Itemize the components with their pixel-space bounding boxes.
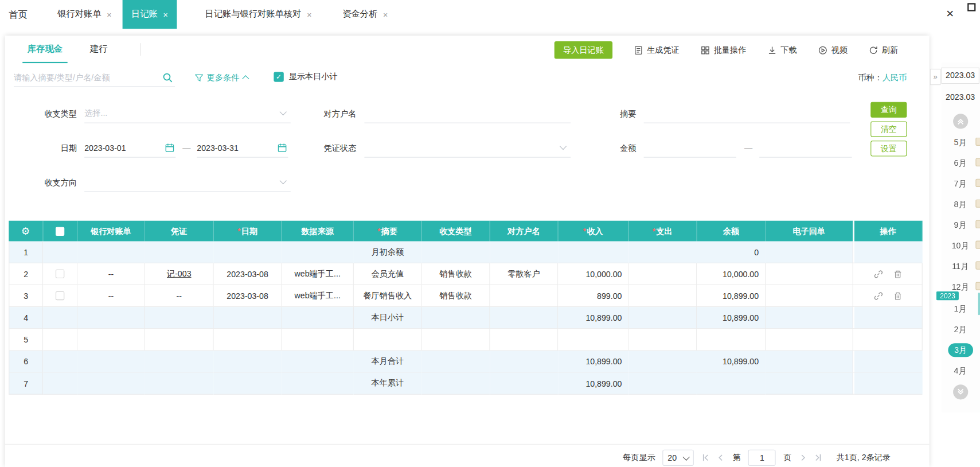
sidebar-expand-handle[interactable]: » xyxy=(930,69,941,85)
chevron-up-icon xyxy=(242,75,249,82)
import-journal-button[interactable]: 导入日记账 xyxy=(555,41,612,59)
window-restore-icon[interactable] xyxy=(967,3,975,11)
scroll-months-down-button[interactable] xyxy=(953,384,968,399)
date-from-input[interactable] xyxy=(84,139,175,157)
page-input[interactable] xyxy=(748,450,776,466)
cell-income: 899.00 xyxy=(558,285,628,307)
window-close-icon[interactable]: × xyxy=(946,6,954,21)
cell-income xyxy=(558,329,628,351)
search-icon[interactable] xyxy=(162,72,172,82)
column-settings-cell[interactable]: ⚙ xyxy=(9,221,43,242)
voucher-link[interactable]: 记-003 xyxy=(167,268,192,280)
month-item-jun[interactable]: 6月 xyxy=(941,157,979,170)
date-label: 日期 xyxy=(14,139,77,158)
month-item-nov[interactable]: 11月 xyxy=(941,260,979,273)
amount-max-input[interactable] xyxy=(759,139,852,157)
link-icon[interactable] xyxy=(874,291,883,300)
tab-home[interactable]: 首页 xyxy=(9,0,28,29)
month-item-may[interactable]: 5月 xyxy=(941,137,979,149)
month-item-aug[interactable]: 8月 xyxy=(941,198,979,211)
month-item-apr[interactable]: 4月 xyxy=(941,364,979,377)
cell-date xyxy=(214,373,282,395)
close-tab-icon[interactable]: × xyxy=(307,10,311,19)
col-header-type: 收支类型 xyxy=(422,221,490,242)
date-to-input[interactable] xyxy=(197,139,288,157)
calendar-icon[interactable] xyxy=(165,143,174,153)
summary-input[interactable] xyxy=(644,104,850,122)
cell-balance xyxy=(697,373,766,395)
generate-voucher-button[interactable]: 生成凭证 xyxy=(634,44,680,56)
direction-select[interactable] xyxy=(84,173,291,192)
last-page-icon[interactable] xyxy=(814,453,822,462)
subtab-cash[interactable]: 库存现金 xyxy=(22,36,67,63)
trash-icon[interactable] xyxy=(893,291,902,300)
video-button[interactable]: 视频 xyxy=(818,44,848,56)
close-tab-icon[interactable]: × xyxy=(107,10,111,19)
search-input[interactable] xyxy=(14,68,156,86)
month-item-jul[interactable]: 7月 xyxy=(941,178,979,190)
select-all-cell[interactable] xyxy=(43,221,77,242)
period-selector[interactable]: 2023.03 xyxy=(941,68,979,84)
first-page-icon[interactable] xyxy=(701,453,710,462)
month-item-mar-active[interactable]: 3月 xyxy=(948,343,973,357)
month-item-feb[interactable]: 2月 xyxy=(941,323,979,336)
row-checkbox[interactable] xyxy=(56,291,64,300)
tab-journal[interactable]: 日记账 × xyxy=(123,0,177,29)
daily-subtotal-checkbox[interactable]: ✓ xyxy=(274,72,283,81)
tab-journal-bank-check[interactable]: 日记账与银行对账单核对 × xyxy=(196,0,320,29)
gear-icon[interactable]: ⚙ xyxy=(21,225,30,237)
cell-balance xyxy=(697,329,766,351)
cell-income: 10,000.00 xyxy=(558,263,628,285)
cell-bank: -- xyxy=(77,285,145,307)
clear-button[interactable]: 清空 xyxy=(870,121,907,137)
type-select[interactable]: 选择... xyxy=(84,104,291,123)
close-tab-icon[interactable]: × xyxy=(383,10,388,19)
download-icon xyxy=(767,45,776,55)
amount-min-input[interactable] xyxy=(644,139,736,157)
query-button[interactable]: 查询 xyxy=(870,102,907,118)
scroll-months-up-button[interactable] xyxy=(953,114,968,129)
close-tab-icon[interactable]: × xyxy=(163,10,167,19)
page-suffix: 页 xyxy=(783,452,791,464)
row-number: 7 xyxy=(9,373,43,395)
row-number: 3 xyxy=(9,285,43,307)
next-page-icon[interactable] xyxy=(799,453,807,462)
amount-label: 金额 xyxy=(574,139,637,158)
more-conditions-toggle[interactable]: 更多条件 xyxy=(195,72,248,83)
refresh-label: 刷新 xyxy=(882,44,898,56)
col-header-label: 凭证 xyxy=(171,225,187,237)
row-number: 2 xyxy=(9,263,43,285)
select-all-checkbox[interactable] xyxy=(56,227,64,235)
cell-bank: -- xyxy=(77,263,145,285)
cell-source: web端手工... xyxy=(282,285,354,307)
cell-source xyxy=(282,351,354,372)
tab-bank-statement[interactable]: 银行对账单 × xyxy=(49,0,120,29)
cell-summary xyxy=(354,329,422,351)
currency-value[interactable]: 人民币 xyxy=(883,72,907,81)
cell-bank xyxy=(77,351,145,372)
calendar-icon[interactable] xyxy=(278,143,287,153)
cell-receipt xyxy=(766,373,853,395)
party-input[interactable] xyxy=(364,104,571,122)
row-number: 6 xyxy=(9,351,43,372)
row-checkbox-cell xyxy=(43,242,77,263)
settings-button[interactable]: 设置 xyxy=(870,141,907,156)
tab-fund-analysis[interactable]: 资金分析 × xyxy=(334,0,397,29)
subtab-ccb-bank[interactable]: 建行 xyxy=(85,36,112,63)
row-checkbox[interactable] xyxy=(56,270,64,278)
download-button[interactable]: 下载 xyxy=(767,44,797,56)
cell-expense xyxy=(628,285,697,307)
cell-type xyxy=(422,242,490,263)
cell-bank xyxy=(77,242,145,263)
month-item-jan[interactable]: 1月 xyxy=(941,303,979,316)
cell-summary: 月初余额 xyxy=(354,242,422,263)
trash-icon[interactable] xyxy=(893,269,902,278)
month-item-sep[interactable]: 9月 xyxy=(941,219,979,231)
batch-operations-button[interactable]: 批量操作 xyxy=(701,44,747,56)
per-page-select[interactable]: 20 xyxy=(663,450,694,466)
link-icon[interactable] xyxy=(874,269,883,278)
refresh-button[interactable]: 刷新 xyxy=(869,44,898,56)
voucher-status-select[interactable] xyxy=(364,139,571,158)
prev-page-icon[interactable] xyxy=(716,453,725,462)
month-item-oct[interactable]: 10月 xyxy=(941,239,979,252)
